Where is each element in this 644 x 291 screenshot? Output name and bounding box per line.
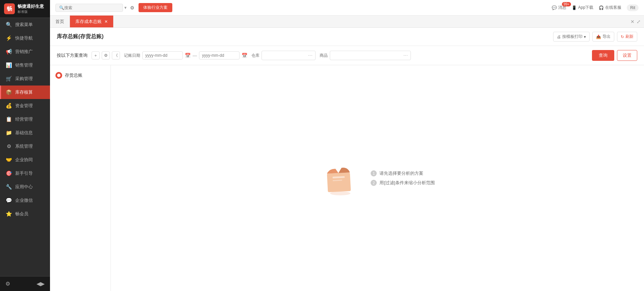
- sidebar-label-shortcuts: 快捷导航: [15, 35, 33, 41]
- header-search-input[interactable]: [64, 5, 105, 10]
- tab-bar: 首页 库存成本总账 ✕ ✕ ⤢: [50, 16, 644, 28]
- scheme-item-label: 存货总账: [65, 72, 82, 78]
- settings-scheme-button[interactable]: ⚙: [102, 51, 110, 59]
- sidebar-item-system[interactable]: ⚙ 系统管理: [0, 140, 50, 153]
- calendar-end-icon[interactable]: 📅: [242, 53, 247, 58]
- svg-point-0: [57, 74, 60, 77]
- sidebar-label-wechat: 企业微信: [15, 197, 33, 203]
- tab-inventory-cost[interactable]: 库存成本总账 ✕: [70, 16, 114, 27]
- date-end-input[interactable]: [199, 51, 240, 59]
- header-gear-icon[interactable]: ⚙: [130, 5, 134, 10]
- sidebar-label-inventory: 库存核算: [15, 89, 33, 95]
- refresh-button[interactable]: ↻ 刷新: [617, 32, 637, 42]
- date-filter-group: 记账日期 📅 — 📅: [124, 51, 247, 59]
- sidebar-icon-enterprise: 🤝: [6, 157, 12, 163]
- sidebar-item-member[interactable]: ⭐ 畅会员: [0, 207, 50, 221]
- sidebar-icon-inventory: 📦: [6, 89, 12, 95]
- tab-home[interactable]: 首页: [50, 16, 70, 27]
- close-panel-icon[interactable]: ✕: [630, 19, 635, 24]
- scheme-selector: 存货总账: [50, 65, 111, 291]
- sidebar-item-purchase[interactable]: 🛒 采购管理: [0, 72, 50, 86]
- message-badge: 99+: [562, 2, 571, 6]
- tip-text: 用[过滤]条件来缩小分析范围: [379, 180, 435, 186]
- header-app-download[interactable]: 📱 App下载: [572, 5, 593, 10]
- scheme-icon: [55, 72, 62, 79]
- date-start-input[interactable]: [142, 51, 183, 59]
- date-separator: —: [193, 53, 197, 58]
- message-icon: 💬: [552, 5, 557, 10]
- tab-close-icon[interactable]: ✕: [104, 19, 108, 24]
- empty-svg-illustration: [320, 158, 361, 198]
- sidebar-label-member: 畅会员: [15, 211, 28, 217]
- sidebar-item-sales[interactable]: 📊 销售管理: [0, 58, 50, 72]
- header-online-service[interactable]: 🎧 在线客服: [599, 5, 621, 10]
- sidebar-icon-search: 🔍: [6, 22, 12, 28]
- product-select[interactable]: ···: [330, 51, 411, 60]
- sidebar-footer: ⚙ ◀▶: [0, 276, 50, 291]
- tip-number: 2: [371, 180, 377, 186]
- sidebar-item-basic[interactable]: 📁 基础信息: [0, 126, 50, 140]
- sidebar-item-search[interactable]: 🔍 搜索菜单: [0, 18, 50, 31]
- print-template-button[interactable]: 🖨 按模板打印 ▾: [553, 32, 590, 42]
- sidebar-label-system: 系统管理: [15, 143, 33, 149]
- collapse-icon[interactable]: ◀▶: [36, 281, 45, 287]
- trial-button[interactable]: 体验行业方案: [139, 3, 172, 12]
- content-body: 存货总账: [50, 65, 644, 291]
- sidebar-item-shortcuts[interactable]: ⚡ 快捷导航: [0, 31, 50, 45]
- sidebar-icon-wechat: 💬: [6, 197, 12, 203]
- product-label: 商品: [320, 53, 328, 58]
- page-actions: 🖨 按模板打印 ▾ 📤 导出 ↻ 刷新: [553, 32, 637, 42]
- empty-state-inner: 1 请先选择要分析的方案 2 用[过滤]条件来缩小分析范围: [320, 158, 435, 198]
- app-logo-icon: 畅: [4, 3, 15, 14]
- print-dropdown-icon[interactable]: ▾: [584, 34, 586, 39]
- app-subtitle: 标准版: [18, 9, 44, 14]
- sidebar: 畅 畅捷通好生意 标准版 🔍 搜索菜单 ⚡ 快捷导航 📢 营销推广 📊 销售管理…: [0, 0, 50, 291]
- sidebar-icon-sales: 📊: [6, 62, 12, 68]
- page-content: 库存总账(存货总账) 🖨 按模板打印 ▾ 📤 导出 ↻ 刷新: [50, 28, 644, 291]
- warehouse-select[interactable]: ···: [262, 51, 316, 60]
- export-button[interactable]: 📤 导出: [592, 32, 614, 42]
- query-button[interactable]: 查询: [592, 50, 614, 61]
- sidebar-label-sales: 销售管理: [15, 62, 33, 68]
- header-dropdown-arrow[interactable]: ▾: [124, 5, 127, 10]
- empty-illustration: [320, 158, 361, 198]
- sidebar-icon-operations: 📋: [6, 116, 12, 122]
- sidebar-item-newguide[interactable]: 🎯 新手引导: [0, 167, 50, 180]
- search-icon: 🔍: [59, 5, 64, 10]
- settings-icon[interactable]: ⚙: [5, 281, 10, 287]
- date-field-label: 记账日期: [124, 53, 140, 58]
- main-area: 🔍 ▾ ⚙ 体验行业方案 💬 消息 99+ 📱 App下载 🎧 在线客服 Rit: [50, 0, 644, 291]
- sidebar-item-finance[interactable]: 💰 资金管理: [0, 99, 50, 113]
- filter-bar: 按以下方案查询 ＋ ⚙ 《 记账日期 📅 — 📅 仓库 ···: [50, 46, 644, 65]
- sidebar-menu: 🔍 搜索菜单 ⚡ 快捷导航 📢 营销推广 📊 销售管理 🛒 采购管理 📦 库存核…: [0, 18, 50, 276]
- collapse-filter-button[interactable]: 《: [112, 51, 120, 59]
- product-more-icon[interactable]: ···: [403, 52, 408, 58]
- sidebar-item-enterprise[interactable]: 🤝 企业协同: [0, 153, 50, 167]
- calendar-start-icon[interactable]: 📅: [185, 53, 191, 58]
- sidebar-item-operations[interactable]: 📋 经营管理: [0, 113, 50, 126]
- header-message[interactable]: 💬 消息 99+: [552, 5, 566, 10]
- sidebar-item-inventory[interactable]: 📦 库存核算: [0, 86, 50, 99]
- sidebar-item-marketing[interactable]: 📢 营销推广: [0, 45, 50, 58]
- tip-text: 请先选择要分析的方案: [379, 170, 423, 176]
- warehouse-filter-group: 仓库 ···: [251, 51, 316, 60]
- filter-label: 按以下方案查询: [57, 52, 88, 58]
- scheme-item-inventory[interactable]: 存货总账: [50, 69, 110, 81]
- header-user[interactable]: Rit: [627, 4, 639, 11]
- sidebar-label-enterprise: 企业协同: [15, 157, 33, 163]
- header-right: 💬 消息 99+ 📱 App下载 🎧 在线客服 Rit: [552, 4, 639, 11]
- add-scheme-button[interactable]: ＋: [92, 51, 100, 59]
- filter-settings-button[interactable]: 设置: [617, 50, 637, 61]
- expand-icon[interactable]: ⤢: [637, 19, 641, 24]
- sidebar-item-wechat[interactable]: 💬 企业微信: [0, 194, 50, 207]
- sidebar-icon-system: ⚙: [6, 143, 12, 149]
- warehouse-more-icon[interactable]: ···: [308, 52, 313, 58]
- header-search-area[interactable]: 🔍: [55, 4, 123, 12]
- svg-rect-2: [327, 172, 351, 192]
- sidebar-icon-member: ⭐: [6, 211, 12, 217]
- sidebar-icon-shortcuts: ⚡: [6, 35, 12, 41]
- sidebar-item-appcenter[interactable]: 🔧 应用中心: [0, 180, 50, 194]
- sidebar-icon-appcenter: 🔧: [6, 184, 12, 190]
- sidebar-label-purchase: 采购管理: [15, 76, 33, 82]
- app-logo-text: 畅捷通好生意 标准版: [18, 3, 44, 14]
